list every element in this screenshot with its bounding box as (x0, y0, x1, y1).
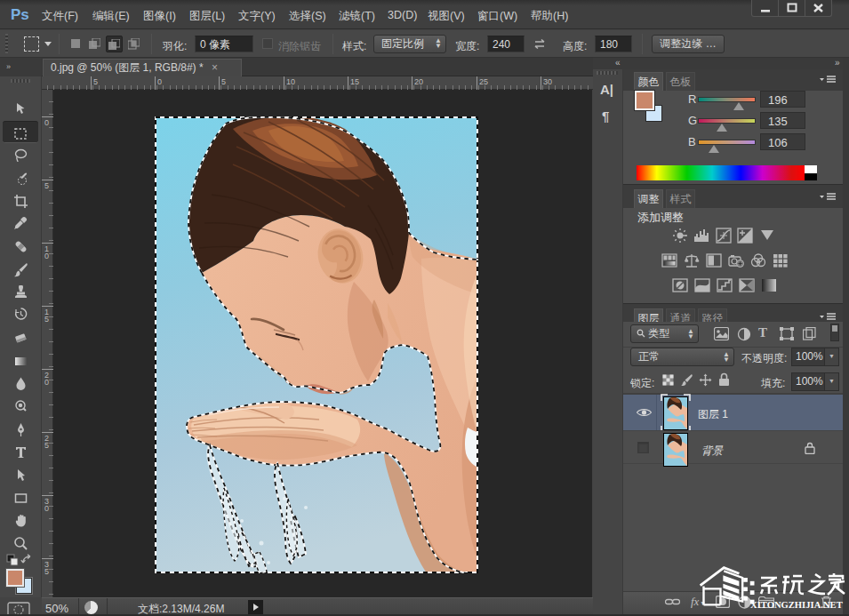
svg-text:XITONGZHIJIA.NET: XITONGZHIJIA.NET (750, 600, 843, 610)
